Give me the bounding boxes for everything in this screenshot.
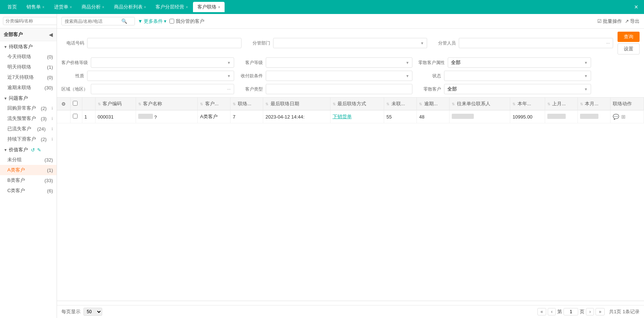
- filter-label-customer-type: 客户类型: [240, 86, 266, 92]
- settings-button[interactable]: 设置: [618, 43, 640, 54]
- sidebar-item-class-a[interactable]: A类客户 (1): [0, 165, 57, 175]
- my-customers-checkbox-group: 我分管的客户: [169, 18, 204, 25]
- dept-arrow-icon: ▼: [420, 41, 424, 45]
- table-row: 1 000031 ? A类客户 7: [57, 110, 644, 123]
- tab-customer-segment[interactable]: 客户分层经营 ×: [151, 2, 192, 12]
- close-analysis-list-tab[interactable]: ×: [144, 5, 146, 9]
- sidebar-item-overdue-contact[interactable]: 逾期未联络 (30): [0, 82, 57, 93]
- filter-input-sparse-attr[interactable]: 全部 ▼: [448, 57, 591, 68]
- tab-purchase[interactable]: 进货单 ×: [50, 2, 76, 12]
- main-layout: 🔍 全部客户 ◀ ▼ 待联络客户 今天待联络 (0) 明天待联络 (1) 近7天…: [0, 14, 644, 318]
- select-all-checkbox[interactable]: [73, 101, 78, 106]
- sidebar-item-class-c[interactable]: C类客户 (6): [0, 186, 57, 196]
- filter-group-nature: 性质 ▼: [61, 71, 234, 81]
- query-button[interactable]: 查询: [618, 32, 640, 42]
- tab-home[interactable]: 首页: [3, 2, 21, 12]
- filter-label-status: 状态: [418, 73, 444, 79]
- filter-input-nature[interactable]: ▼: [87, 71, 234, 81]
- sidebar-item-churn-warning[interactable]: 流失预警客户 (3) ℹ: [0, 113, 57, 124]
- sidebar-item-class-b[interactable]: B类客户 (33): [0, 175, 57, 186]
- filter-row-4: 区域（地区） ··· 客户类型 零散客户 全部: [61, 84, 640, 94]
- sidebar-section-pending[interactable]: ▼ 待联络客户: [0, 41, 57, 52]
- sidebar-item-7day-contact[interactable]: 近7天待联络 (0): [0, 72, 57, 82]
- person-dots-icon: ···: [606, 40, 610, 46]
- filter-row-1: 电话号码 分管部门 ▼ 分管人员 ···: [61, 32, 640, 54]
- sort-icon-no-contact: ⇅: [386, 102, 389, 106]
- col-this-month-header: ⇅ 本月...: [577, 98, 610, 110]
- tab-customer-contact[interactable]: 客户联络 ×: [193, 2, 225, 12]
- filter-input-department[interactable]: ▼: [273, 38, 427, 48]
- sidebar-section-problem[interactable]: ▼ 问题客户: [0, 93, 57, 103]
- sort-icon-contact-count: ⇅: [233, 102, 236, 106]
- more-filters-button[interactable]: ▼ 更多条件 ▾: [138, 18, 167, 25]
- info-icon-declining: ℹ: [51, 137, 53, 142]
- action-buttons: 查询 设置: [618, 32, 640, 54]
- sidebar-item-tomorrow-contact[interactable]: 明天待联络 (1): [0, 62, 57, 72]
- filter-input-customer-level[interactable]: ▼: [266, 57, 413, 68]
- tab-analysis[interactable]: 商品分析 ×: [77, 2, 109, 12]
- col-last-method-header: ⇅ 最后联络方式: [330, 98, 384, 110]
- filter-search-input[interactable]: [65, 19, 120, 24]
- filter-group-customer-level: 客户等级 ▼: [240, 57, 413, 68]
- col-last-month-header: ⇅ 上月...: [545, 98, 577, 110]
- close-analysis-tab[interactable]: ×: [102, 5, 104, 9]
- row-select-checkbox[interactable]: [73, 114, 78, 119]
- col-settings[interactable]: ⚙: [57, 98, 70, 110]
- window-close-button[interactable]: ×: [631, 3, 641, 11]
- page-size-select[interactable]: 50 100 200: [83, 308, 102, 316]
- sidebar-item-churned[interactable]: 已流失客户 (24) ℹ: [0, 124, 57, 134]
- col-this-year-header: ⇅ 本年...: [510, 98, 545, 110]
- filter-input-customer-type[interactable]: [266, 84, 413, 94]
- filter-input-person[interactable]: ···: [459, 38, 613, 48]
- sidebar: 🔍 全部客户 ◀ ▼ 待联络客户 今天待联络 (0) 明天待联络 (1) 近7天…: [0, 14, 57, 318]
- value-section-edit[interactable]: ✎: [37, 147, 41, 153]
- sort-icon-this-year: ⇅: [512, 102, 515, 106]
- last-contact-method-link[interactable]: 下销货单: [333, 114, 352, 119]
- value-section-refresh[interactable]: ↺: [31, 147, 35, 153]
- filter-search-icon[interactable]: 🔍: [121, 18, 127, 24]
- last-page-button[interactable]: »: [595, 308, 605, 315]
- filter-input-price-level[interactable]: ▼: [91, 57, 234, 68]
- sidebar-item-today-contact[interactable]: 今天待联络 (0): [0, 52, 57, 62]
- sidebar-search-input[interactable]: [3, 17, 57, 25]
- filter-actions: ☑ 批量操作 ↗ 导出: [597, 18, 640, 25]
- col-seq-header: [82, 98, 95, 110]
- filter-group-customer-type: 客户类型: [240, 84, 413, 94]
- sidebar-item-abnormal-repurchase[interactable]: 回购异常客户 (2) ℹ: [0, 103, 57, 113]
- filter-input-payment[interactable]: ▼: [266, 71, 413, 81]
- row-overdue-cell: 48: [417, 110, 450, 123]
- filter-label-sparse-customer: 零散客户: [418, 86, 444, 92]
- sidebar-collapse-icon[interactable]: ◀: [49, 32, 53, 38]
- filter-input-status[interactable]: ▼: [444, 71, 591, 81]
- status-arrow-icon: ▼: [584, 74, 588, 78]
- sidebar-header-title: 全部客户: [4, 31, 23, 38]
- filter-input-sparse-customer[interactable]: 全部 ▼: [444, 84, 591, 94]
- next-page-button[interactable]: ›: [586, 308, 594, 315]
- qr-action-icon[interactable]: ⊞: [621, 114, 626, 120]
- my-customers-checkbox[interactable]: [169, 19, 174, 24]
- export-button[interactable]: ↗ 导出: [625, 18, 640, 25]
- sidebar-item-declining[interactable]: 持续下滑客户 (2) ℹ: [0, 134, 57, 144]
- batch-operation-button[interactable]: ☑ 批量操作: [597, 18, 622, 25]
- sidebar-section-value[interactable]: ▼ 价值客户 ↺ ✎: [0, 144, 57, 155]
- row-this-month-cell: [577, 110, 610, 123]
- close-purchase-tab[interactable]: ×: [70, 5, 72, 9]
- tab-analysis-list[interactable]: 商品分析列表 ×: [110, 2, 151, 12]
- content-area: 🔍 ▼ 更多条件 ▾ 我分管的客户 ☑ 批量操作 ↗ 导出: [57, 14, 644, 318]
- payment-arrow-icon: ▼: [405, 74, 409, 78]
- row-last-month-cell: [545, 110, 577, 123]
- filter-group-sparse-attr: 零散客户属性 全部 ▼: [418, 57, 591, 68]
- filter-input-phone[interactable]: [87, 38, 242, 48]
- close-segment-tab[interactable]: ×: [186, 5, 188, 9]
- page-number-input[interactable]: [564, 308, 578, 315]
- close-contact-tab[interactable]: ×: [218, 5, 220, 9]
- horizontal-scrollbar[interactable]: [57, 301, 644, 305]
- tab-sales[interactable]: 销售单 ×: [22, 2, 49, 12]
- chat-action-icon[interactable]: 💬: [613, 114, 619, 120]
- close-sales-tab[interactable]: ×: [42, 5, 44, 9]
- first-page-button[interactable]: «: [537, 308, 547, 315]
- sidebar-item-ungrouped[interactable]: 未分组 (32): [0, 155, 57, 165]
- col-last-date-header: ⇅ 最后联络日期: [263, 98, 330, 110]
- prev-page-button[interactable]: ‹: [548, 308, 556, 315]
- filter-input-region[interactable]: ···: [91, 84, 234, 94]
